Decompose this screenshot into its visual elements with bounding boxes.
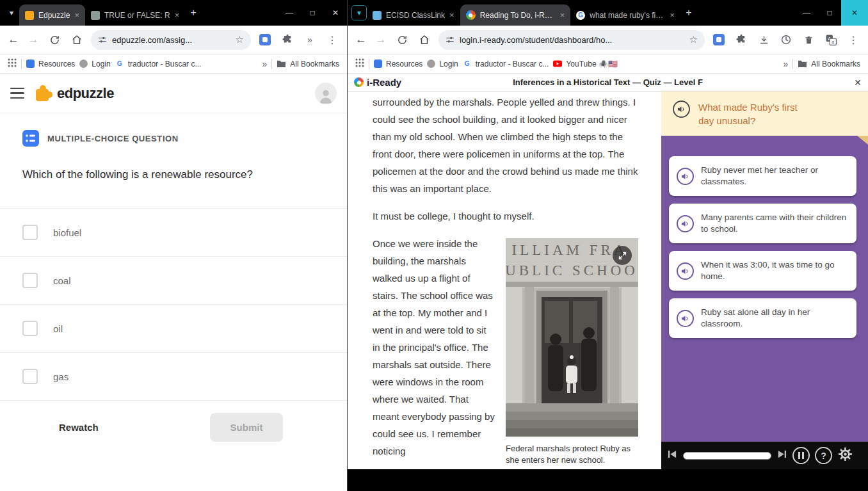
tab-ecisd-classlink[interactable]: ECISD ClassLink × bbox=[367, 4, 460, 26]
tab-edpuzzle[interactable]: Edpuzzle × bbox=[19, 4, 85, 26]
bookmark-resources[interactable]: Resources bbox=[26, 60, 75, 68]
reload-icon[interactable] bbox=[394, 31, 410, 48]
bookmarks-overflow-icon[interactable]: » bbox=[262, 59, 268, 69]
edpuzzle-favicon bbox=[25, 11, 34, 20]
left-titlebar: ▾ Edpuzzle × TRUE or FALSE: R × + — □ ✕ bbox=[0, 0, 347, 26]
address-bar[interactable]: login.i-ready.com/student/dashboard/ho..… bbox=[438, 30, 705, 50]
question-type-label: MULTIPLE-CHOICE QUESTION bbox=[47, 134, 179, 143]
tab-iready[interactable]: Reading To Do, i-Ready × bbox=[460, 4, 571, 26]
answer-audio-button[interactable] bbox=[677, 168, 694, 185]
option-gas[interactable]: gas bbox=[0, 353, 347, 401]
bookmark-youtube[interactable]: YouTube 🕷️🇺🇸 bbox=[553, 60, 617, 68]
tab-close-icon[interactable]: × bbox=[560, 10, 565, 20]
pause-button[interactable] bbox=[792, 447, 810, 464]
bookmark-star-icon[interactable]: ☆ bbox=[689, 34, 698, 45]
history-icon[interactable] bbox=[778, 31, 794, 48]
question-mark-icon: ? bbox=[821, 451, 826, 461]
apps-grid-icon[interactable] bbox=[355, 58, 364, 70]
all-bookmarks-button[interactable]: All Bookmarks bbox=[277, 60, 339, 68]
passage-paragraph: It must be college, I thought to myself. bbox=[373, 207, 638, 225]
bookmark-traductor[interactable]: G traductor - Buscar c... bbox=[115, 60, 202, 68]
bottom-black-bar bbox=[348, 469, 868, 491]
bookmark-login[interactable]: Login bbox=[79, 60, 110, 68]
tab-search-chevron-icon[interactable]: ▾ bbox=[351, 5, 367, 20]
svg-text:ILLIAM FRA: ILLIAM FRA bbox=[512, 242, 628, 258]
reload-icon[interactable] bbox=[46, 31, 63, 48]
tab-close-icon[interactable]: × bbox=[449, 10, 454, 20]
minimize-button[interactable]: — bbox=[795, 0, 818, 26]
edpuzzle-browser-window: ▾ Edpuzzle × TRUE or FALSE: R × + — □ ✕ … bbox=[0, 0, 348, 491]
answer-audio-button[interactable] bbox=[677, 262, 694, 280]
answer-option-4[interactable]: Ruby sat alone all day in her classroom. bbox=[669, 298, 856, 338]
close-window-button[interactable]: ✕ bbox=[841, 0, 868, 26]
site-settings-icon[interactable] bbox=[446, 35, 454, 44]
option-oil[interactable]: oil bbox=[0, 305, 347, 353]
tab-true-or-false[interactable]: TRUE or FALSE: R × bbox=[85, 4, 185, 26]
extensions-puzzle-icon[interactable] bbox=[733, 31, 750, 48]
bookmark-star-icon[interactable]: ☆ bbox=[236, 34, 244, 45]
tab-close-icon[interactable]: × bbox=[175, 10, 180, 20]
option-coal[interactable]: coal bbox=[0, 257, 347, 305]
skip-forward-icon[interactable] bbox=[776, 449, 787, 462]
close-lesson-icon[interactable]: ✕ bbox=[854, 77, 862, 88]
answer-option-1[interactable]: Ruby never met her teacher or classmates… bbox=[669, 156, 856, 196]
answer-audio-button[interactable] bbox=[677, 310, 694, 327]
close-window-button[interactable]: ✕ bbox=[324, 0, 347, 26]
checkbox[interactable] bbox=[22, 273, 38, 288]
menu-hamburger-icon[interactable] bbox=[10, 88, 24, 99]
google-favicon: G bbox=[463, 60, 472, 68]
toolbar-overflow-icon[interactable]: » bbox=[301, 31, 318, 48]
extension-icon[interactable] bbox=[257, 31, 273, 48]
checkbox[interactable] bbox=[22, 321, 38, 336]
edpuzzle-logo[interactable]: edpuzzle bbox=[35, 85, 114, 102]
help-button[interactable]: ? bbox=[815, 447, 832, 464]
answer-audio-button[interactable] bbox=[677, 215, 694, 232]
rewatch-button[interactable]: Rewatch bbox=[59, 422, 99, 433]
edpuzzle-header: edpuzzle bbox=[0, 74, 347, 113]
browser-menu-icon[interactable]: ⋮ bbox=[845, 31, 862, 48]
skip-back-icon[interactable] bbox=[667, 449, 678, 462]
audio-progress-bar[interactable] bbox=[683, 452, 771, 460]
submit-button[interactable]: Submit bbox=[210, 413, 283, 442]
translate-icon[interactable]: Aa bbox=[823, 31, 839, 48]
address-bar[interactable]: edpuzzle.com/assig... ☆ bbox=[91, 30, 251, 50]
extensions-puzzle-icon[interactable] bbox=[279, 31, 296, 48]
question-audio-button[interactable] bbox=[673, 101, 690, 118]
extension-icon[interactable] bbox=[711, 31, 727, 48]
bookmark-login[interactable]: Login bbox=[427, 60, 458, 68]
divider bbox=[369, 59, 369, 69]
answer-option-3[interactable]: When it was 3:00, it was time to go home… bbox=[669, 251, 856, 291]
home-icon[interactable] bbox=[68, 31, 85, 48]
bookmark-traductor[interactable]: G traductor - Buscar c... bbox=[463, 60, 549, 68]
checkbox[interactable] bbox=[22, 225, 38, 240]
delete-icon[interactable] bbox=[800, 31, 817, 48]
tab-close-icon[interactable]: × bbox=[74, 10, 79, 20]
forward-icon[interactable]: → bbox=[26, 33, 40, 46]
settings-gear-icon[interactable] bbox=[837, 446, 853, 465]
answer-option-2[interactable]: Many parents came with their children to… bbox=[669, 204, 856, 243]
maximize-button[interactable]: □ bbox=[301, 0, 324, 26]
tab-google-search[interactable]: G what made ruby's first c × bbox=[570, 4, 680, 26]
checkbox[interactable] bbox=[22, 369, 38, 384]
forward-icon[interactable]: → bbox=[374, 33, 388, 46]
avatar[interactable] bbox=[315, 83, 337, 104]
download-icon[interactable] bbox=[755, 31, 772, 48]
home-icon[interactable] bbox=[416, 31, 433, 48]
back-icon[interactable]: ← bbox=[354, 33, 368, 46]
bookmark-resources[interactable]: Resources bbox=[374, 60, 422, 68]
minimize-button[interactable]: — bbox=[278, 0, 301, 26]
option-biofuel[interactable]: biofuel bbox=[0, 209, 347, 257]
site-settings-icon[interactable] bbox=[98, 35, 107, 44]
expand-image-button[interactable] bbox=[613, 246, 632, 265]
new-tab-button[interactable]: + bbox=[185, 7, 202, 19]
bookmarks-overflow-icon[interactable]: » bbox=[784, 59, 789, 69]
all-bookmarks-button[interactable]: All Bookmarks bbox=[798, 60, 860, 68]
apps-grid-icon[interactable] bbox=[8, 58, 17, 70]
tab-close-icon[interactable]: × bbox=[670, 10, 675, 20]
tab-search-chevron-icon[interactable]: ▾ bbox=[4, 5, 19, 20]
back-icon[interactable]: ← bbox=[6, 33, 20, 46]
svg-text:a: a bbox=[832, 40, 834, 45]
maximize-button[interactable]: □ bbox=[818, 0, 841, 26]
browser-menu-icon[interactable]: ⋮ bbox=[324, 31, 341, 48]
new-tab-button[interactable]: + bbox=[680, 7, 697, 19]
